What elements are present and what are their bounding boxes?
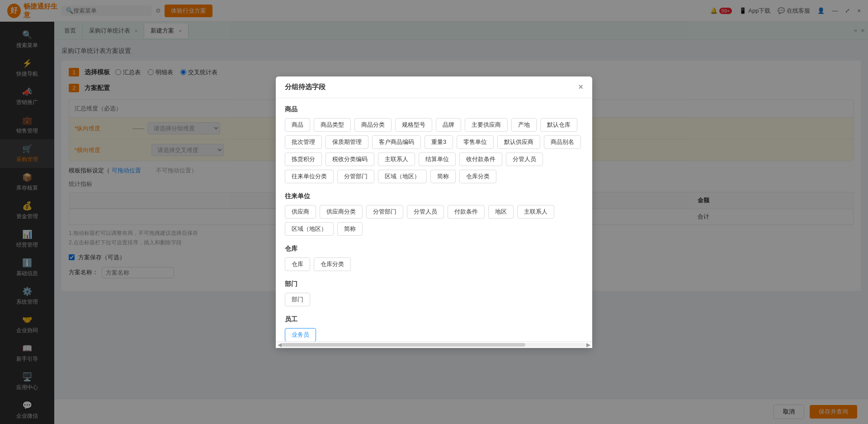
field-tag-0-15[interactable]: 拣货积分 — [285, 152, 322, 166]
field-tag-0-24[interactable]: 简称 — [430, 170, 456, 183]
field-tag-0-6[interactable]: 产地 — [511, 118, 537, 132]
horizontal-scrollbar[interactable] — [282, 343, 586, 347]
modal-overlay[interactable]: 分组待选字段 × 商品商品商品类型商品分类规格型号品牌主要供应商产地默认仓库批次… — [0, 0, 868, 424]
field-tag-0-18[interactable]: 结算单位 — [419, 152, 456, 166]
horizontal-scrollbar-thumb[interactable] — [282, 343, 525, 347]
field-tag-4-0[interactable]: 业务员 — [285, 328, 316, 341]
modal-header: 分组待选字段 × — [276, 76, 592, 98]
field-section-1: 往来单位供应商供应商分类分管部门分管人员付款条件地区主联系人区域（地区）简称 — [285, 192, 583, 236]
field-tag-1-5[interactable]: 地区 — [488, 205, 514, 219]
field-section-title-2: 仓库 — [285, 245, 583, 253]
field-tag-0-12[interactable]: 零售单位 — [457, 135, 494, 149]
field-tag-1-1[interactable]: 供应商分类 — [320, 205, 363, 219]
field-tag-0-5[interactable]: 主要供应商 — [465, 118, 508, 132]
field-tag-0-0[interactable]: 商品 — [285, 118, 310, 132]
field-section-0: 商品商品商品类型商品分类规格型号品牌主要供应商产地默认仓库批次管理保质期管理客户… — [285, 105, 583, 183]
field-section-4: 员工业务员 — [285, 315, 583, 341]
field-tag-0-25[interactable]: 仓库分类 — [459, 170, 496, 183]
field-tag-0-8[interactable]: 批次管理 — [285, 135, 322, 149]
field-tag-0-22[interactable]: 分管部门 — [337, 170, 374, 183]
field-tag-2-1[interactable]: 仓库分类 — [314, 257, 351, 271]
field-tag-1-3[interactable]: 分管人员 — [407, 205, 444, 219]
field-tag-1-4[interactable]: 付款条件 — [448, 205, 485, 219]
field-grid-4: 业务员 — [285, 328, 583, 341]
field-tag-0-23[interactable]: 区域（地区） — [378, 170, 427, 183]
field-tag-0-13[interactable]: 默认供应商 — [497, 135, 540, 149]
field-tag-0-19[interactable]: 收付款条件 — [459, 152, 502, 166]
field-tag-0-7[interactable]: 默认仓库 — [540, 118, 577, 132]
field-grid-0: 商品商品类型商品分类规格型号品牌主要供应商产地默认仓库批次管理保质期管理客户商品… — [285, 118, 583, 183]
scroll-left-icon[interactable]: ◀ — [278, 342, 282, 348]
field-grid-3: 部门 — [285, 293, 583, 306]
field-tag-0-21[interactable]: 往来单位分类 — [285, 170, 334, 183]
field-tag-1-7[interactable]: 区域（地区） — [285, 222, 334, 236]
field-tag-1-8[interactable]: 简称 — [337, 222, 363, 236]
field-section-title-4: 员工 — [285, 315, 583, 324]
scroll-right-icon[interactable]: ▶ — [586, 342, 590, 348]
field-tag-2-0[interactable]: 仓库 — [285, 257, 310, 271]
field-tag-0-1[interactable]: 商品类型 — [314, 118, 351, 132]
field-grid-1: 供应商供应商分类分管部门分管人员付款条件地区主联系人区域（地区）简称 — [285, 205, 583, 236]
modal-close-button[interactable]: × — [578, 83, 583, 91]
field-tag-0-20[interactable]: 分管人员 — [506, 152, 543, 166]
field-tag-0-2[interactable]: 商品分类 — [354, 118, 392, 132]
field-section-3: 部门部门 — [285, 280, 583, 306]
modal-title: 分组待选字段 — [285, 83, 326, 91]
modal-body[interactable]: 商品商品商品类型商品分类规格型号品牌主要供应商产地默认仓库批次管理保质期管理客户… — [276, 98, 592, 341]
field-tag-1-6[interactable]: 主联系人 — [517, 205, 554, 219]
field-section-2: 仓库仓库仓库分类 — [285, 245, 583, 271]
field-section-title-1: 往来单位 — [285, 192, 583, 200]
field-section-title-0: 商品 — [285, 105, 583, 114]
field-tag-0-9[interactable]: 保质期管理 — [326, 135, 368, 149]
field-tag-0-14[interactable]: 商品别名 — [544, 135, 581, 149]
modal-footer-scroll: ◀ ▶ — [276, 341, 592, 348]
field-tag-0-17[interactable]: 主联系人 — [378, 152, 415, 166]
field-tag-1-0[interactable]: 供应商 — [285, 205, 316, 219]
field-grid-2: 仓库仓库分类 — [285, 257, 583, 271]
field-tag-1-2[interactable]: 分管部门 — [366, 205, 403, 219]
modal-dialog: 分组待选字段 × 商品商品商品类型商品分类规格型号品牌主要供应商产地默认仓库批次… — [276, 76, 592, 348]
field-section-title-3: 部门 — [285, 280, 583, 288]
field-tag-3-0[interactable]: 部门 — [285, 293, 310, 306]
field-tag-0-4[interactable]: 品牌 — [436, 118, 461, 132]
field-tag-0-16[interactable]: 税收分类编码 — [326, 152, 374, 166]
field-tag-0-10[interactable]: 客户商品编码 — [372, 135, 421, 149]
field-tag-0-11[interactable]: 重量3 — [425, 135, 453, 149]
field-tag-0-3[interactable]: 规格型号 — [395, 118, 432, 132]
